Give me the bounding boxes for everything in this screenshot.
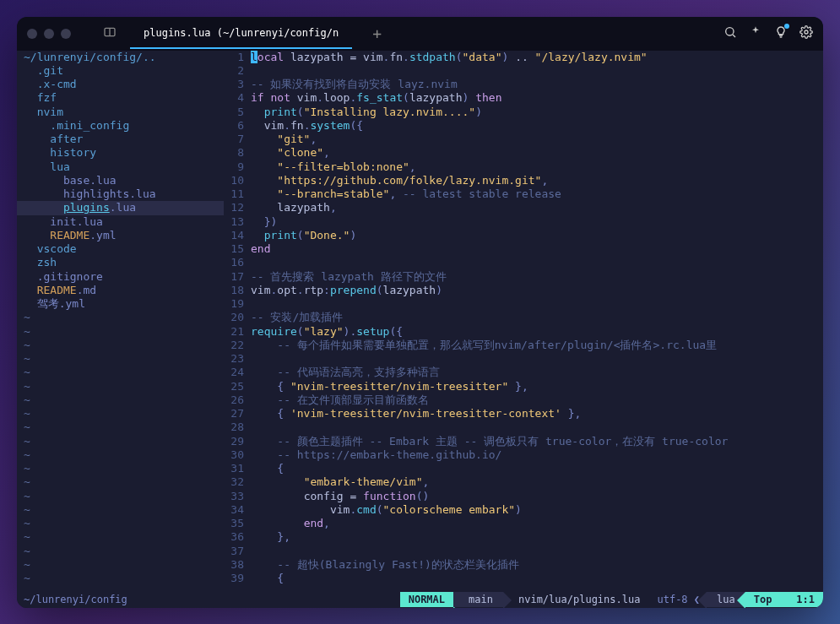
minimize-window-button[interactable] bbox=[44, 29, 54, 39]
code-line[interactable]: 25 { "nvim-treesitter/nvim-treesitter" }… bbox=[224, 380, 823, 393]
empty-line-marker: ~ bbox=[17, 393, 224, 407]
traffic-lights[interactable] bbox=[27, 29, 71, 39]
tree-item[interactable]: .git bbox=[17, 64, 224, 78]
code-line[interactable]: 9 "--filter=blob:none", bbox=[224, 160, 823, 174]
main-area: ~/lunrenyi/config/.. .git .x-cmd fzf nvi… bbox=[17, 51, 823, 591]
code-line[interactable]: 30 -- https://embark-theme.github.io/ bbox=[224, 448, 823, 462]
code-line[interactable]: 32 "embark-theme/vim", bbox=[224, 475, 823, 489]
line-number: 2 bbox=[224, 64, 251, 78]
code-line[interactable]: 27 { 'nvim-treesitter/nvim-treesitter-co… bbox=[224, 407, 823, 421]
tree-item[interactable]: plugins.lua bbox=[17, 201, 224, 214]
tree-item[interactable]: history bbox=[17, 146, 224, 160]
tree-header[interactable]: ~/lunrenyi/config/.. bbox=[17, 51, 224, 64]
empty-line-marker: ~ bbox=[17, 503, 224, 517]
code-line[interactable]: 20-- 安装/加载插件 bbox=[224, 311, 823, 324]
code-line[interactable]: 38 -- 超快(Blazingly Fast!)的状态栏美化插件 bbox=[224, 558, 823, 572]
code-line[interactable]: 24 -- 代码语法高亮，支持多种语言 bbox=[224, 366, 823, 379]
code-line[interactable]: 10 "https://github.com/folke/lazy.nvim.g… bbox=[224, 174, 823, 187]
code-line[interactable]: 8 "clone", bbox=[224, 146, 823, 160]
maximize-window-button[interactable] bbox=[61, 29, 71, 39]
split-icon[interactable] bbox=[103, 25, 117, 41]
code-line[interactable]: 3-- 如果没有找到将自动安装 layz.nvim bbox=[224, 78, 823, 91]
code-line[interactable]: 17-- 首先搜索 lazypath 路径下的文件 bbox=[224, 270, 823, 284]
line-number: 10 bbox=[224, 174, 251, 187]
code-line[interactable]: 13 }) bbox=[224, 215, 823, 229]
code-line[interactable]: 7 "git", bbox=[224, 133, 823, 146]
tree-item[interactable]: init.lua bbox=[17, 215, 224, 229]
empty-line-marker: ~ bbox=[17, 435, 224, 448]
sparkle-icon[interactable] bbox=[749, 25, 762, 41]
code-line[interactable]: 33 config = function() bbox=[224, 490, 823, 503]
search-icon[interactable] bbox=[723, 25, 737, 41]
editor-window: plugins.lua (~/lunrenyi/config/n + ~/lun… bbox=[17, 17, 823, 608]
code-line[interactable]: 29 -- 颜色主题插件 -- Embark 主题 -- 调色板只有 true-… bbox=[224, 435, 823, 448]
file-tree[interactable]: ~/lunrenyi/config/.. .git .x-cmd fzf nvi… bbox=[17, 51, 224, 591]
line-number: 20 bbox=[224, 311, 251, 324]
line-number: 28 bbox=[224, 421, 251, 434]
line-number: 17 bbox=[224, 270, 251, 284]
code-line[interactable]: 36 }, bbox=[224, 530, 823, 544]
code-line[interactable]: 34 vim.cmd("colorscheme embark") bbox=[224, 503, 823, 517]
code-line[interactable]: 4if not vim.loop.fs_stat(lazypath) then bbox=[224, 91, 823, 105]
line-number: 19 bbox=[224, 297, 251, 311]
tree-item[interactable]: 驾考.yml bbox=[17, 297, 224, 311]
line-number: 11 bbox=[224, 187, 251, 201]
status-cwd: ~/lunrenyi/config bbox=[17, 594, 134, 605]
tree-item[interactable]: base.lua bbox=[17, 174, 224, 187]
tree-item[interactable]: README.yml bbox=[17, 229, 224, 242]
code-line[interactable]: 35 end, bbox=[224, 517, 823, 530]
code-line[interactable]: 16 bbox=[224, 256, 823, 269]
gear-icon[interactable] bbox=[799, 25, 813, 41]
code-line[interactable]: 22 -- 每个插件如果需要单独配置，那么就写到nvim/after/plugi… bbox=[224, 339, 823, 352]
tree-item[interactable]: highlights.lua bbox=[17, 187, 224, 201]
empty-line-marker: ~ bbox=[17, 545, 224, 558]
code-line[interactable]: 39 { bbox=[224, 572, 823, 585]
tree-item[interactable]: README.md bbox=[17, 284, 224, 297]
tree-item[interactable]: .mini_config bbox=[17, 119, 224, 133]
titlebar: plugins.lua (~/lunrenyi/config/n + bbox=[17, 17, 823, 51]
line-number: 9 bbox=[224, 160, 251, 174]
code-line[interactable]: 5 print("Installing lazy.nvim....") bbox=[224, 106, 823, 119]
bulb-icon[interactable] bbox=[774, 25, 788, 41]
tree-item[interactable]: zsh bbox=[17, 256, 224, 269]
code-line[interactable]: 23 bbox=[224, 352, 823, 366]
line-number: 22 bbox=[224, 339, 251, 352]
line-number: 18 bbox=[224, 284, 251, 297]
code-line[interactable]: 1local lazypath = vim.fn.stdpath("data")… bbox=[224, 51, 823, 64]
line-number: 30 bbox=[224, 448, 251, 462]
line-number: 12 bbox=[224, 201, 251, 214]
code-editor[interactable]: 1local lazypath = vim.fn.stdpath("data")… bbox=[224, 51, 823, 591]
tree-item[interactable]: nvim bbox=[17, 106, 224, 119]
code-line[interactable]: 6 vim.fn.system({ bbox=[224, 119, 823, 133]
tree-item[interactable]: .gitignore bbox=[17, 270, 224, 284]
active-tab[interactable]: plugins.lua (~/lunrenyi/config/n bbox=[130, 19, 352, 49]
svg-point-4 bbox=[805, 30, 808, 34]
code-line[interactable]: 2 bbox=[224, 64, 823, 78]
code-line[interactable]: 11 "--branch=stable", -- latest stable r… bbox=[224, 187, 823, 201]
close-window-button[interactable] bbox=[27, 29, 37, 39]
code-line[interactable]: 28 bbox=[224, 421, 823, 434]
tree-item[interactable]: after bbox=[17, 133, 224, 146]
tree-item[interactable]: lua bbox=[17, 160, 224, 174]
line-number: 27 bbox=[224, 407, 251, 421]
new-tab-button[interactable]: + bbox=[372, 24, 382, 42]
code-line[interactable]: 21require("lazy").setup({ bbox=[224, 325, 823, 339]
code-line[interactable]: 12 lazypath, bbox=[224, 201, 823, 214]
line-number: 3 bbox=[224, 78, 251, 91]
line-number: 34 bbox=[224, 503, 251, 517]
tree-item[interactable]: vscode bbox=[17, 242, 224, 256]
code-line[interactable]: 14 print("Done.") bbox=[224, 229, 823, 242]
line-number: 4 bbox=[224, 91, 251, 105]
tree-item[interactable]: .x-cmd bbox=[17, 78, 224, 91]
code-line[interactable]: 31 { bbox=[224, 462, 823, 475]
code-line[interactable]: 15end bbox=[224, 242, 823, 256]
tree-item[interactable]: fzf bbox=[17, 91, 224, 105]
code-line[interactable]: 18vim.opt.rtp:prepend(lazypath) bbox=[224, 284, 823, 297]
line-number: 37 bbox=[224, 545, 251, 558]
code-line[interactable]: 37 bbox=[224, 545, 823, 558]
empty-line-marker: ~ bbox=[17, 517, 224, 530]
line-number: 1 bbox=[224, 51, 251, 64]
code-line[interactable]: 26 -- 在文件顶部显示目前函数名 bbox=[224, 393, 823, 407]
empty-line-marker: ~ bbox=[17, 558, 224, 572]
code-line[interactable]: 19 bbox=[224, 297, 823, 311]
